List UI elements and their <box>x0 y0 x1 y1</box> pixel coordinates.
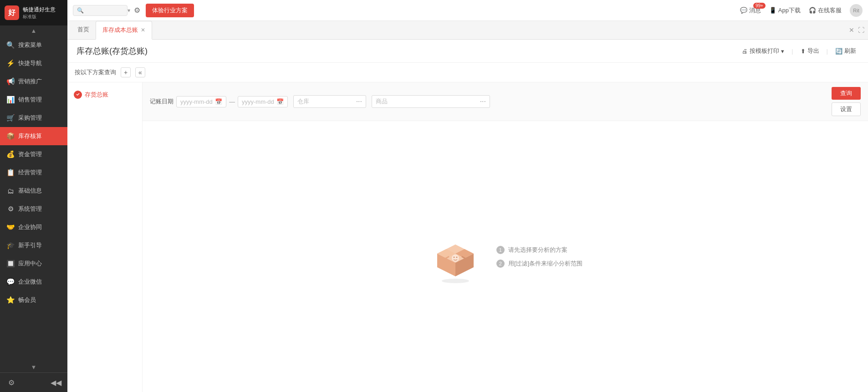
filter-add-btn[interactable]: + <box>121 67 131 77</box>
search-btn[interactable]: 查询 <box>832 87 861 100</box>
scheme-item-icon <box>74 91 82 99</box>
divider: | <box>791 48 793 55</box>
topbar-chevron-icon[interactable]: ▾ <box>128 7 130 14</box>
print-chevron-icon: ▾ <box>781 48 784 55</box>
scheme-item-inventory[interactable]: 存货总账 <box>67 87 142 102</box>
sidebar-item-finance[interactable]: 💰 资金管理 <box>0 145 67 163</box>
empty-state-inner: 1 请先选择要分析的方案 2 用[过滤]条件来缩小分析范围 <box>428 229 582 285</box>
sidebar-scroll-up[interactable]: ▲ <box>0 25 67 36</box>
sidebar-item-system[interactable]: ⚙ 系统管理 <box>0 200 67 218</box>
sidebar-item-apps[interactable]: 🔲 应用中心 <box>0 255 67 273</box>
sidebar-label-operation: 经营管理 <box>18 168 42 177</box>
settings-btn[interactable]: 设置 <box>832 102 861 116</box>
date-to-input[interactable]: yyyy-mm-dd 📅 <box>238 96 288 107</box>
main-area: 🔍 ▾ ⚙ 体验行业方案 💬 消息 99+ 📱 App下载 🎧 在线客服 Ri <box>67 0 868 392</box>
sidebar-icon-finance: 💰 <box>6 150 15 158</box>
topbar-search-box[interactable]: 🔍 <box>73 5 128 16</box>
goods-select[interactable]: 商品 ··· <box>372 95 490 108</box>
scheme-item-label: 存货总账 <box>85 91 108 99</box>
sidebar-icon-company: 🤝 <box>6 223 15 231</box>
sidebar-icon-basic: 🗂 <box>6 187 15 195</box>
sidebar-icon-member: ⭐ <box>6 296 15 304</box>
content-area: 库存总账(存货总账) 🖨 按模板打印 ▾ | ⬆ 导出 | 🔄 刷新 <box>67 40 868 392</box>
filter-row: 记账日期 yyyy-mm-dd 📅 — yyyy-mm-dd 📅 <box>143 82 868 121</box>
tip-num-2: 2 <box>496 260 505 268</box>
sidebar-icon-quick-nav: ⚡ <box>6 59 15 67</box>
filter-collapse-btn[interactable]: « <box>135 67 145 77</box>
sidebar-icon-guide: 🎓 <box>6 241 15 249</box>
tabbar: 首页 库存成本总账 ✕ ✕ ⛶ <box>67 21 868 40</box>
tip-text-2: 用[过滤]条件来缩小分析范围 <box>508 260 582 268</box>
sidebar-item-inventory[interactable]: 📦 库存核算 <box>0 127 67 145</box>
empty-illustration <box>428 229 483 285</box>
message-icon: 💬 <box>740 7 747 14</box>
tip-num-1: 1 <box>496 246 505 254</box>
goods-label: 商品 <box>376 97 388 106</box>
sidebar-item-marketing[interactable]: 📢 营销推广 <box>0 72 67 91</box>
sidebar-item-search[interactable]: 🔍 搜索菜单 <box>0 36 67 54</box>
page-header: 库存总账(存货总账) 🖨 按模板打印 ▾ | ⬆ 导出 | 🔄 刷新 <box>67 40 868 63</box>
sidebar-label-system: 系统管理 <box>18 205 42 213</box>
app-download-label: App下载 <box>778 6 801 15</box>
sidebar-item-guide[interactable]: 🎓 新手引导 <box>0 236 67 255</box>
sidebar-item-operation[interactable]: 📋 经营管理 <box>0 163 67 182</box>
message-item[interactable]: 💬 消息 99+ <box>740 6 761 15</box>
date-from-placeholder: yyyy-mm-dd <box>180 98 213 105</box>
calendar-icon: 📅 <box>215 98 222 105</box>
phone-icon: 📱 <box>769 7 776 14</box>
online-service-item[interactable]: 🎧 在线客服 <box>809 6 842 15</box>
date-separator: — <box>229 98 235 105</box>
industry-btn[interactable]: 体验行业方案 <box>146 4 194 17</box>
scheme-sidebar: 存货总账 <box>67 82 143 392</box>
user-avatar[interactable]: Rit <box>850 4 863 17</box>
sidebar-icon-purchase: 🛒 <box>6 114 15 122</box>
collapse-icon[interactable]: ◀◀ <box>51 377 61 387</box>
sidebar-item-company[interactable]: 🤝 企业协同 <box>0 218 67 236</box>
content-body: 存货总账 记账日期 yyyy-mm-dd 📅 — yyyy-mm- <box>67 82 868 392</box>
app-download-item[interactable]: 📱 App下载 <box>769 6 801 15</box>
sidebar-item-purchase[interactable]: 🛒 采购管理 <box>0 109 67 127</box>
tab-close-icon[interactable]: ✕ <box>141 27 145 33</box>
date-from-input[interactable]: yyyy-mm-dd 📅 <box>176 96 226 107</box>
sidebar-item-quick-nav[interactable]: ⚡ 快捷导航 <box>0 54 67 72</box>
topbar-gear-icon[interactable]: ⚙ <box>134 6 140 15</box>
refresh-label: 刷新 <box>844 47 856 55</box>
sidebar-item-sales[interactable]: 📊 销售管理 <box>0 91 67 109</box>
tab-home-label: 首页 <box>77 25 89 34</box>
warehouse-select[interactable]: 仓库 ··· <box>293 95 366 108</box>
goods-more-icon: ··· <box>480 97 486 106</box>
empty-tip-2: 2 用[过滤]条件来缩小分析范围 <box>496 260 582 268</box>
tab-home[interactable]: 首页 <box>71 21 96 39</box>
sidebar-label-apps: 应用中心 <box>18 260 42 268</box>
settings-icon[interactable]: ⚙ <box>6 377 16 387</box>
scheme-icon-svg <box>75 92 81 97</box>
warehouse-label: 仓库 <box>297 97 309 106</box>
goods-filter-field: 商品 ··· <box>372 95 490 108</box>
sidebar-label-member: 畅会员 <box>18 296 36 304</box>
date-filter-field: 记账日期 yyyy-mm-dd 📅 — yyyy-mm-dd 📅 <box>150 96 288 107</box>
sidebar-scroll-down[interactable]: ▼ <box>0 362 67 372</box>
tab-expand-icon[interactable]: ⛶ <box>858 26 864 34</box>
search-icon: 🔍 <box>77 7 84 14</box>
sidebar-icon-apps: 🔲 <box>6 260 15 268</box>
print-btn[interactable]: 🖨 按模板打印 ▾ <box>739 45 787 57</box>
sidebar-icon-wechat: 💬 <box>6 278 15 286</box>
sidebar-label-purchase: 采购管理 <box>18 114 42 122</box>
sidebar-icon-inventory: 📦 <box>6 132 15 140</box>
empty-tips: 1 请先选择要分析的方案 2 用[过滤]条件来缩小分析范围 <box>496 246 582 268</box>
tab-close-panel-icon[interactable]: ✕ <box>849 26 854 34</box>
warehouse-more-icon: ··· <box>356 97 362 106</box>
sidebar-icon-marketing: 📢 <box>6 77 15 86</box>
sidebar-label-basic: 基础信息 <box>18 187 42 195</box>
sidebar-item-wechat[interactable]: 💬 企业微信 <box>0 273 67 291</box>
tab-inventory-cost-label: 库存成本总账 <box>102 26 138 34</box>
refresh-btn[interactable]: 🔄 刷新 <box>832 45 859 57</box>
svg-point-7 <box>453 257 454 258</box>
topbar-left: 🔍 ▾ ⚙ 体验行业方案 <box>73 4 740 17</box>
sidebar-item-member[interactable]: ⭐ 畅会员 <box>0 291 67 309</box>
tip-text-1: 请先选择要分析的方案 <box>508 246 567 254</box>
sidebar-item-basic[interactable]: 🗂 基础信息 <box>0 182 67 200</box>
export-btn[interactable]: ⬆ 导出 <box>798 45 822 57</box>
page-title: 库存总账(存货总账) <box>77 46 148 56</box>
tab-inventory-cost[interactable]: 库存成本总账 ✕ <box>96 21 152 40</box>
